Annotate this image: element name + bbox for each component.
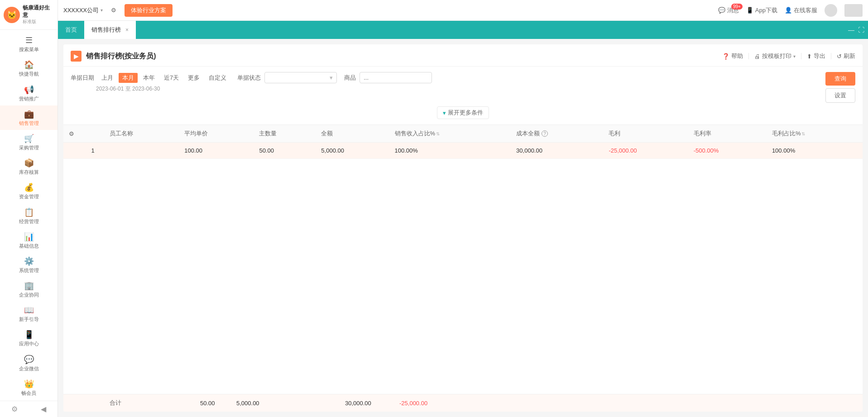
sidebar-item-finance-label: 资金管理 <box>19 194 39 200</box>
trial-button[interactable]: 体验行业方案 <box>125 4 173 17</box>
col-cost: 成本全额 ? <box>511 125 603 143</box>
marketing-icon: 📢 <box>24 85 34 95</box>
status-filter-item: 单据状态 ▾ <box>237 72 337 83</box>
sidebar-item-basic-label: 基础信息 <box>19 243 39 249</box>
app-download-icon: 📱 <box>746 7 753 14</box>
col-amount: 全额 <box>316 125 389 143</box>
sidebar-item-wechat[interactable]: 💬 企业微信 <box>0 351 58 375</box>
back-arrow-icon: ▶ <box>74 53 79 60</box>
status-select[interactable]: ▾ <box>264 72 337 83</box>
page-title: 销售排行榜(按业务员) <box>86 52 156 61</box>
sidebar-item-inventory[interactable]: 📦 库存核算 <box>0 154 58 179</box>
col-qty: 主数量 <box>254 125 316 143</box>
date-tab-this-year[interactable]: 本年 <box>139 73 158 83</box>
col-profit-pct[interactable]: 毛利占比% ⇅ <box>767 125 863 143</box>
export-icon: ⬆ <box>807 53 812 60</box>
app-download-label: App下载 <box>755 6 777 14</box>
col-cost-info-icon[interactable]: ? <box>542 130 548 137</box>
company-dropdown-icon: ▾ <box>101 8 103 13</box>
sidebar-item-apps[interactable]: 📱 应用中心 <box>0 326 58 350</box>
user-avatar[interactable] <box>825 4 837 17</box>
window-minimize-icon[interactable]: — <box>848 26 854 34</box>
company-selector[interactable]: XXXXXX公司 ▾ <box>63 6 103 14</box>
col-amount-label: 全额 <box>321 130 333 137</box>
user-menu[interactable] <box>844 4 863 17</box>
table-cell: 100.00 <box>179 143 254 159</box>
status-filter-label: 单据状态 <box>237 74 261 82</box>
setting-button[interactable]: 设置 <box>825 88 855 103</box>
sidebar-item-basic[interactable]: 📊 基础信息 <box>0 228 58 253</box>
table-cell: 50.00 <box>254 143 316 159</box>
filter-wrapper: 单据日期 上月 本月 本年 近7天 更多 自定义 <box>71 72 855 103</box>
app-download-button[interactable]: 📱 App下载 <box>746 6 777 14</box>
tab-sales-ranking[interactable]: 销售排行榜 × <box>84 21 136 39</box>
date-tab-7days[interactable]: 近7天 <box>160 73 182 83</box>
sidebar-item-member[interactable]: 👑 畅会员 <box>0 375 58 400</box>
back-arrow-button[interactable]: ▶ <box>71 51 82 62</box>
logo-text-block: 畅康通好生意 标准版 <box>23 5 54 25</box>
wechat-icon: 💬 <box>24 355 34 364</box>
filter-area: 单据日期 上月 本月 本年 近7天 更多 自定义 <box>63 67 863 125</box>
online-service-button[interactable]: 👤 在线客服 <box>785 6 817 14</box>
sidebar-settings-button[interactable]: ⚙ <box>11 405 18 413</box>
sort-profit-pct-icon[interactable]: ⇅ <box>801 131 805 136</box>
sidebar-item-sales[interactable]: 💼 销售管理 <box>0 105 58 130</box>
sidebar-item-purchase[interactable]: 🛒 采购管理 <box>0 130 58 154</box>
sidebar-item-finance[interactable]: 💰 资金管理 <box>0 179 58 203</box>
expand-button[interactable]: ▾ 展开更多条件 <box>437 106 489 119</box>
goods-filter-label: 商品 <box>344 74 356 82</box>
table-area: ⚙ 员工名称 平均单价 主数量 <box>63 125 863 394</box>
expand-chevron-icon: ▾ <box>443 110 446 116</box>
col-settings[interactable]: ⚙ <box>63 125 82 143</box>
date-tab-this-month[interactable]: 本月 <box>119 73 138 83</box>
footer-qty: 50.00 <box>200 400 236 407</box>
sidebar-item-guide[interactable]: 📖 新手引导 <box>0 302 58 326</box>
filter-row-1: 单据日期 上月 本月 本年 近7天 更多 自定义 <box>71 72 818 83</box>
table-row: 1100.0050.005,000.00100.00%30,000.00-25,… <box>63 143 863 159</box>
member-icon: 👑 <box>24 379 34 389</box>
finance-icon: 💰 <box>24 182 34 192</box>
topbar-settings-button[interactable]: ⚙ <box>107 4 120 17</box>
messages-button[interactable]: 💬 消息 99+ <box>718 6 739 14</box>
sidebar-item-corp[interactable]: 🏢 企业协同 <box>0 277 58 302</box>
sidebar-item-shortcut[interactable]: 🏠 快捷导航 <box>0 56 58 81</box>
sidebar-logo: 🐱 畅康通好生意 标准版 <box>0 0 58 30</box>
table-body: 1100.0050.005,000.00100.00%30,000.00-25,… <box>63 143 863 159</box>
sidebar-item-system[interactable]: ⚙️ 系统管理 <box>0 253 58 277</box>
refresh-button[interactable]: ↺ 刷新 <box>837 52 855 60</box>
sort-sales-pct-icon[interactable]: ⇅ <box>436 131 440 136</box>
tab-close-icon[interactable]: × <box>125 27 129 33</box>
divider-1 <box>748 53 749 59</box>
print-chevron: ▾ <box>793 54 796 59</box>
help-button[interactable]: ❓ 帮助 <box>722 52 743 60</box>
table-cell: 30,000.00 <box>511 143 603 159</box>
date-tab-custom[interactable]: 自定义 <box>205 73 230 83</box>
header-actions: ❓ 帮助 🖨 按模板打印 ▾ ⬆ 导出 <box>722 52 855 60</box>
search-menu-icon: ☰ <box>25 35 33 45</box>
inventory-icon: 📦 <box>24 158 34 168</box>
sidebar-item-search[interactable]: ☰ 搜索菜单 <box>0 32 58 56</box>
table-cell <box>104 143 179 159</box>
query-button[interactable]: 查询 <box>825 72 855 86</box>
table-cell: 100.00% <box>767 143 863 159</box>
tab-home[interactable]: 首页 <box>58 21 84 39</box>
guide-icon: 📖 <box>24 305 34 315</box>
sidebar-collapse-button[interactable]: ◀ <box>41 405 46 413</box>
refresh-icon: ↺ <box>837 53 842 60</box>
date-tab-more[interactable]: 更多 <box>184 73 203 83</box>
date-tab-last-month[interactable]: 上月 <box>98 73 117 83</box>
sidebar-item-marketing[interactable]: 📢 营销推广 <box>0 81 58 105</box>
goods-input[interactable]: ... <box>360 72 432 83</box>
basic-icon: 📊 <box>24 232 34 242</box>
print-button[interactable]: 🖨 按模板打印 ▾ <box>754 52 796 60</box>
export-button[interactable]: ⬆ 导出 <box>807 52 825 60</box>
sidebar-item-operation[interactable]: 📋 经营管理 <box>0 204 58 228</box>
col-avg-price-label: 平均单价 <box>184 130 208 137</box>
tabbar-right: — ⛶ <box>848 26 868 34</box>
table-cell <box>63 143 82 159</box>
print-label: 按模板打印 <box>762 52 791 60</box>
page-card: ▶ 销售排行榜(按业务员) ❓ 帮助 🖨 按模板打印 ▾ <box>63 44 863 412</box>
window-maximize-icon[interactable]: ⛶ <box>858 26 864 34</box>
tab-sales-ranking-label: 销售排行榜 <box>91 26 121 34</box>
col-sales-pct[interactable]: 销售收入占比% ⇅ <box>389 125 511 143</box>
